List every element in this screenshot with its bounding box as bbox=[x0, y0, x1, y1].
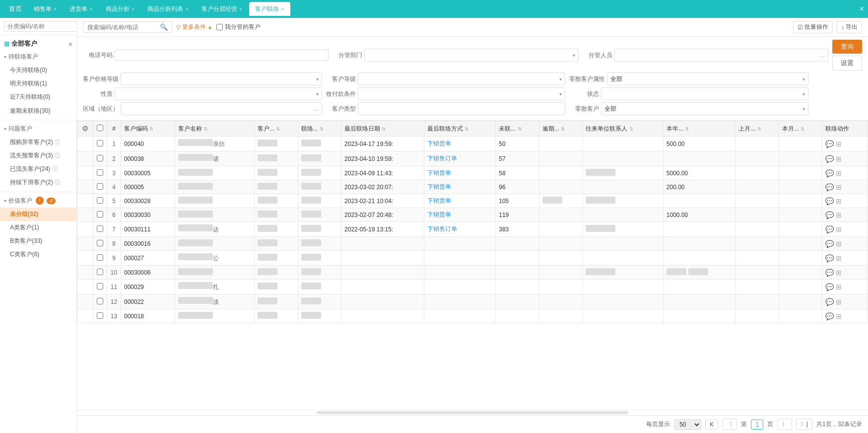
input-phone[interactable] bbox=[115, 50, 329, 61]
grid-action-icon[interactable]: ⊞ bbox=[836, 155, 842, 163]
cell-code[interactable]: 000018 bbox=[121, 309, 175, 323]
chat-icon[interactable]: 💬 bbox=[825, 240, 834, 248]
nav-tab-customer-tier[interactable]: 客户分层经营 × bbox=[196, 2, 248, 16]
method-link[interactable]: 下销售订单 bbox=[427, 225, 457, 232]
sidebar-item-abnormal[interactable]: 囤购异常客户(2) ⓘ bbox=[0, 136, 76, 149]
row-checkbox[interactable] bbox=[97, 298, 103, 304]
method-link[interactable]: 下销货单 bbox=[427, 211, 451, 218]
grid-action-icon[interactable]: ⊞ bbox=[836, 169, 842, 177]
th-last-method[interactable]: 最后联络方式 ⇅ bbox=[424, 121, 496, 137]
nav-tab-analysis[interactable]: 商品分析 × bbox=[100, 2, 140, 16]
cell-code[interactable]: 000029 bbox=[121, 280, 175, 294]
grid-action-icon[interactable]: ⊞ bbox=[836, 312, 842, 320]
th-last-month[interactable]: 上月... ⇅ bbox=[735, 121, 779, 137]
nav-tab-analysis-close[interactable]: × bbox=[132, 6, 134, 12]
row-checkbox[interactable] bbox=[97, 197, 103, 204]
chat-icon[interactable]: 💬 bbox=[825, 140, 834, 148]
cell-code[interactable]: 00030030 bbox=[121, 208, 175, 222]
row-checkbox[interactable] bbox=[97, 225, 103, 232]
sidebar-item-tomorrow[interactable]: 明天待联络(1) bbox=[0, 77, 76, 90]
sidebar-item-today[interactable]: 今天待联络(0) bbox=[0, 64, 76, 77]
row-checkbox[interactable] bbox=[97, 269, 103, 275]
row-checkbox[interactable] bbox=[97, 254, 103, 261]
filter-my-checkbox[interactable] bbox=[216, 24, 223, 30]
sidebar-collapse-icon[interactable]: « bbox=[68, 40, 72, 48]
chat-icon[interactable]: 💬 bbox=[825, 312, 834, 320]
sidebar-item-overdue[interactable]: 逾期未联络(30) bbox=[0, 104, 76, 118]
sidebar-item-a-class[interactable]: A类客户(1) bbox=[0, 221, 76, 234]
cell-code[interactable]: 000027 bbox=[121, 251, 175, 266]
sidebar-search-input[interactable] bbox=[4, 21, 77, 32]
nav-tab-purchase-close[interactable]: × bbox=[89, 6, 92, 12]
th-name[interactable]: 客户名称 ⇅ bbox=[175, 121, 255, 137]
filter-more-btn[interactable]: ▽ 更多条件 ▲ bbox=[176, 23, 212, 31]
sidebar-item-week[interactable]: 近7天待联络(0) bbox=[0, 90, 76, 104]
row-checkbox[interactable] bbox=[97, 283, 103, 289]
cell-code[interactable]: 00030028 bbox=[121, 194, 175, 208]
th-this-year[interactable]: 本年... ⇅ bbox=[663, 121, 735, 137]
all-customers-label[interactable]: 全部客户 bbox=[11, 39, 37, 48]
settings-icon[interactable]: ⚙ bbox=[82, 124, 88, 133]
cell-code[interactable]: 000040 bbox=[121, 137, 175, 151]
grid-action-icon[interactable]: ⊞ bbox=[836, 197, 842, 205]
method-link[interactable]: 下销货单 bbox=[427, 197, 451, 204]
export-btn[interactable]: ↓ 导出 bbox=[837, 21, 862, 33]
nav-tab-analysis-list-close[interactable]: × bbox=[185, 6, 188, 12]
cell-code[interactable]: 00030005 bbox=[121, 166, 175, 180]
chat-icon[interactable]: 💬 bbox=[825, 197, 834, 205]
select-scatter-cust[interactable]: 全部 ▾ bbox=[601, 102, 808, 115]
first-page-btn[interactable]: K bbox=[705, 420, 718, 430]
select-nature[interactable]: ▾ bbox=[115, 87, 322, 100]
filter-my-customers[interactable]: 我分管的客户 bbox=[216, 23, 261, 31]
row-checkbox[interactable] bbox=[97, 183, 103, 190]
grid-action-icon[interactable]: ⊞ bbox=[836, 298, 842, 306]
th-contact[interactable]: 联络... ⇅ bbox=[298, 121, 341, 137]
sidebar-item-lost[interactable]: 已流失客户(24) ⓘ bbox=[0, 162, 76, 176]
method-link[interactable]: 下销货单 bbox=[427, 140, 451, 147]
method-link[interactable]: 下销货单 bbox=[427, 183, 451, 190]
cell-code[interactable]: 000038 bbox=[121, 151, 175, 166]
chat-icon[interactable]: 💬 bbox=[825, 211, 834, 219]
chat-icon[interactable]: 💬 bbox=[825, 254, 834, 262]
row-checkbox[interactable] bbox=[97, 240, 103, 246]
sidebar-item-c-class[interactable]: C类客户(6) bbox=[0, 248, 76, 261]
filter-search-input[interactable] bbox=[87, 24, 158, 31]
row-checkbox[interactable] bbox=[97, 312, 103, 319]
cell-code[interactable]: 00030111 bbox=[121, 222, 175, 237]
grid-action-icon[interactable]: ⊞ bbox=[836, 269, 842, 277]
next-page-btn[interactable]: 〉 bbox=[777, 419, 792, 430]
chat-icon[interactable]: 💬 bbox=[825, 225, 834, 233]
row-checkbox[interactable] bbox=[97, 155, 103, 161]
th-type[interactable]: 客户... ⇅ bbox=[255, 121, 298, 137]
method-link[interactable]: 下销售订单 bbox=[427, 155, 457, 162]
nav-tab-customer-contact[interactable]: 客户联络 × bbox=[249, 2, 290, 16]
select-all-checkbox[interactable] bbox=[97, 125, 103, 131]
chat-icon[interactable]: 💬 bbox=[825, 269, 834, 277]
select-cust-type[interactable] bbox=[358, 102, 565, 115]
sidebar-item-b-class[interactable]: B类客户(33) bbox=[0, 234, 76, 248]
th-settings[interactable]: ⚙ bbox=[77, 121, 93, 137]
select-status[interactable]: ▾ bbox=[601, 87, 808, 100]
select-scatter-attr[interactable]: 全部 ▾ bbox=[607, 72, 808, 85]
chat-icon[interactable]: 💬 bbox=[825, 283, 834, 291]
th-partner[interactable]: 往来单位联系人 ⇅ bbox=[583, 121, 664, 137]
grid-action-icon[interactable]: ⊞ bbox=[836, 254, 842, 262]
row-checkbox[interactable] bbox=[97, 211, 103, 217]
select-region[interactable]: … bbox=[121, 102, 322, 115]
nav-tab-customer-contact-close[interactable]: × bbox=[281, 6, 284, 12]
row-checkbox[interactable] bbox=[97, 140, 103, 146]
nav-home[interactable]: 首页 bbox=[4, 4, 27, 13]
sidebar-section-problem-title[interactable]: ▾ 问题客户 bbox=[0, 122, 76, 136]
nav-tab-sales-close[interactable]: × bbox=[54, 6, 57, 12]
nav-tab-analysis-list[interactable]: 商品分析列表 × bbox=[141, 2, 194, 16]
select-dept[interactable]: ▾ bbox=[364, 49, 578, 62]
cell-code[interactable]: 000005 bbox=[121, 180, 175, 194]
sidebar-section-value-title[interactable]: ▾ 价值客户 ! ↺ bbox=[0, 194, 76, 208]
th-overdue[interactable]: 逾期... ⇅ bbox=[539, 121, 583, 137]
th-last-date[interactable]: 最后联络日期 ⇅ bbox=[341, 121, 424, 137]
select-payment[interactable]: ▾ bbox=[358, 87, 565, 100]
chat-icon[interactable]: 💬 bbox=[825, 155, 834, 163]
sidebar-item-churn-warn[interactable]: 流失预警客户(3) ⓘ bbox=[0, 149, 76, 162]
cell-code[interactable]: 00030006 bbox=[121, 266, 175, 280]
batch-ops-btn[interactable]: ☑ 批量操作 bbox=[793, 21, 833, 33]
